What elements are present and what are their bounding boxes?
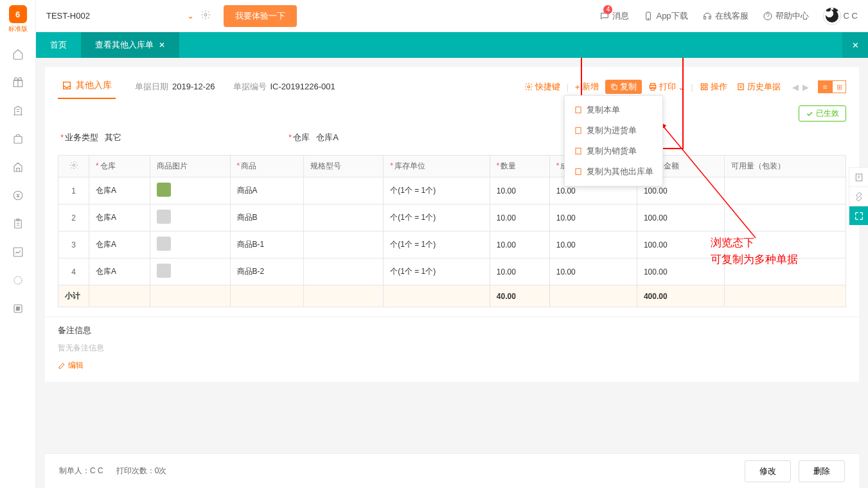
app-download-link[interactable]: App下载 [643,10,687,22]
logo-text: 标准版 [8,24,28,33]
main-area: TEST-H002 ⌄ 我要体验一下 4 消息 App下载 在 [36,0,868,488]
top-header: TEST-H002 ⌄ 我要体验一下 4 消息 App下载 在 [36,0,868,32]
logo-icon: 6 [9,5,27,23]
doc-icon [574,167,583,176]
gear-icon [69,161,78,170]
detail-header: 其他入库 单据日期2019-12-26 单据编号IC-20191226-001 … [45,67,859,99]
right-float-tools [849,167,868,225]
doc-icon [574,126,583,135]
nav-chart-icon[interactable] [5,239,31,265]
dd-copy-purchase[interactable]: 复制为进货单 [565,120,662,141]
messages-link[interactable]: 4 消息 [599,10,629,22]
content: 其他入库 单据日期2019-12-26 单据编号IC-20191226-001 … [36,58,868,488]
pencil-icon [58,362,66,370]
doc-type-tab[interactable]: 其他入库 [58,75,116,99]
view-toggle: ≡ ⊞ [818,80,846,93]
avatar [823,7,841,25]
tool-note-icon[interactable] [849,167,868,186]
tab-current[interactable]: 查看其他入库单 ✕ [81,32,179,58]
edit-remarks[interactable]: 编辑 [58,360,84,371]
svg-point-13 [527,86,530,88]
col-unit: 库存单位 [384,156,490,177]
nav-gift-icon[interactable] [5,69,31,95]
svg-rect-1 [14,136,22,143]
nav-clipboard-icon[interactable] [5,211,31,237]
table-row[interactable]: 2 仓库A 商品B 个(1个 = 1个) 10.00 10.00 100.00 [58,204,846,231]
table-row[interactable]: 1 仓库A 商品A 个(1个 = 1个) 10.00 10.00 100.00 [58,177,846,204]
copy-action[interactable]: 复制 [605,80,642,94]
biz-type-field: *业务类型 其它 [60,132,121,143]
grid-icon [700,82,709,91]
close-icon[interactable]: ✕ [159,41,165,50]
col-img: 商品图片 [150,156,230,177]
svg-rect-20 [701,87,704,90]
product-image [157,210,171,224]
print-action[interactable]: 打印 ⌄ [646,80,687,94]
gear-icon [524,82,533,91]
product-image [157,237,171,251]
svg-text:新: 新 [16,306,20,311]
ops-action[interactable]: 操作 [697,80,730,94]
help-icon [763,11,773,21]
remarks-empty: 暂无备注信息 [58,343,846,354]
nav-building-icon[interactable] [5,98,31,123]
nav-dashed-icon[interactable] [5,267,31,293]
svg-rect-5 [13,248,22,257]
col-wh: 仓库 [89,156,150,177]
print-icon [648,82,657,91]
col-settings[interactable] [58,156,89,177]
chevron-down-icon: ⌄ [678,82,685,92]
product-image [157,264,171,278]
svg-point-11 [648,18,649,19]
message-badge: 4 [603,5,612,14]
svg-point-9 [204,14,207,16]
gear-icon[interactable] [200,10,211,22]
headset-icon [702,11,713,21]
dd-copy-self[interactable]: 复制本单 [565,100,662,120]
svg-rect-26 [576,168,581,174]
svg-rect-21 [705,87,707,90]
nav-money-icon[interactable] [5,183,31,208]
inbound-icon [62,80,72,91]
view-grid[interactable]: ⊞ [832,80,846,93]
service-link[interactable]: 在线客服 [702,10,748,22]
tab-home[interactable]: 首页 [36,32,81,58]
delete-button[interactable]: 删除 [799,460,845,482]
org-name: TEST-H002 [46,11,90,21]
svg-point-6 [14,276,22,284]
nav-home-icon[interactable] [5,41,31,67]
history-action[interactable]: 历史单据 [734,80,783,94]
col-qty: 数量 [490,156,549,177]
svg-point-27 [73,164,75,167]
user-menu[interactable]: C C [823,7,858,25]
add-action[interactable]: + 新增 [572,80,601,94]
plus-icon: + [575,82,580,92]
doc-icon [574,147,583,156]
svg-rect-19 [705,84,707,86]
nav-new-icon[interactable]: 新 [5,296,31,321]
next-icon[interactable]: ▶ [801,82,810,92]
help-link[interactable]: 帮助中心 [763,10,809,22]
modify-button[interactable]: 修改 [745,460,791,482]
svg-rect-18 [701,84,704,86]
dd-copy-sales[interactable]: 复制为销货单 [565,141,662,161]
date-label: 单据日期2019-12-26 [135,81,215,93]
history-icon [736,82,745,91]
phone-icon [643,11,653,21]
svg-rect-25 [576,148,581,154]
tool-expand-icon[interactable] [849,206,868,225]
nav-bag-icon[interactable] [5,126,31,152]
shortcut-action[interactable]: 快捷键 [522,80,563,94]
try-button[interactable]: 我要体验一下 [224,5,297,27]
logo[interactable]: 6 标准版 [8,5,28,33]
view-list[interactable]: ≡ [818,80,832,93]
tool-link-icon[interactable] [849,186,868,206]
nav-house-icon[interactable] [5,154,31,180]
dd-copy-outbound[interactable]: 复制为其他出库单 [565,161,662,182]
remarks-section: 备注信息 暂无备注信息 编辑 [45,316,859,382]
prev-icon[interactable]: ◀ [791,82,800,92]
close-all-tabs[interactable]: ✕ [842,32,868,58]
copy-icon [610,83,618,91]
left-sidebar: 6 标准版 新 [0,0,36,488]
org-selector[interactable]: TEST-H002 ⌄ [46,11,200,21]
